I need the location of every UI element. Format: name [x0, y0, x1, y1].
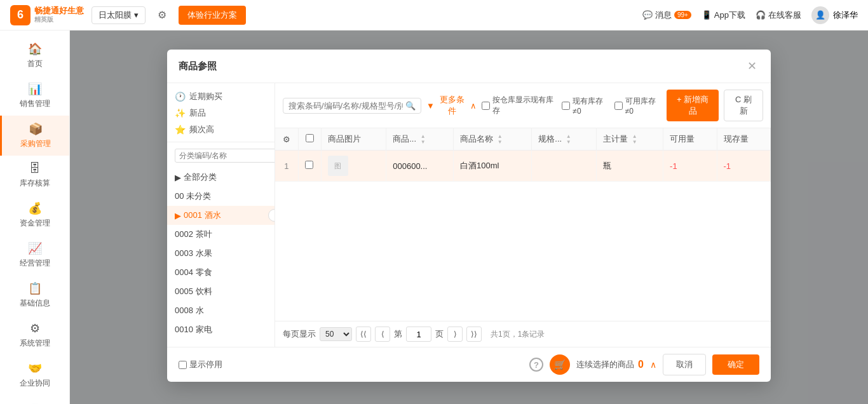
- user-nav-item[interactable]: 👤 徐泽华: [811, 6, 858, 24]
- cat-item-tea[interactable]: 0002 茶叶: [167, 225, 275, 244]
- sidebar: 🏠 首页 📊 销售管理 📦 采购管理 🗄 库存核算 💰 资金管理 📈 经营管理 …: [0, 30, 70, 404]
- sidebar-item-basic[interactable]: 📋 基础信息: [0, 275, 69, 315]
- cat-item-spirits[interactable]: ▶ 0001 酒水: [167, 206, 275, 225]
- row-unit-cell: 瓶: [597, 151, 663, 182]
- refresh-button[interactable]: C 刷新: [724, 90, 763, 121]
- sidebar-item-home[interactable]: 🏠 首页: [0, 36, 69, 76]
- cat-unclassified-label: 00 未分类: [175, 191, 211, 202]
- quick-new-products[interactable]: ✨ 新品: [167, 105, 275, 121]
- sidebar-label-purchase: 采购管理: [20, 138, 51, 149]
- purchase-icon: 📦: [29, 122, 43, 136]
- sidebar-item-inventory[interactable]: 🗄 库存核算: [0, 156, 69, 195]
- more-filter-label: 更多条件: [437, 94, 468, 117]
- prev-page-button[interactable]: ⟨: [375, 327, 390, 342]
- modal-title: 商品参照: [179, 60, 217, 72]
- select-all-checkbox[interactable]: [306, 134, 314, 142]
- filter-stock-ne0-label[interactable]: 现有库存≠0: [562, 96, 609, 116]
- system-icon: ⚙: [30, 321, 40, 335]
- cancel-button[interactable]: 取消: [663, 354, 706, 375]
- cat-item-snacks[interactable]: 0004 零食: [167, 263, 275, 282]
- app-download-label: App下载: [714, 10, 745, 21]
- cat-active-arrow-icon: ▶: [175, 211, 181, 220]
- cat-item-appliance[interactable]: 0010 家电: [167, 320, 275, 339]
- sidebar-item-purchase[interactable]: 📦 采购管理: [0, 116, 69, 156]
- nav-right-area: 💬 消息 99+ 📱 App下载 🎧 在线客服 👤 徐泽华: [642, 6, 858, 24]
- help-icon[interactable]: ?: [529, 358, 543, 372]
- sidebar-item-finance[interactable]: 💰 资金管理: [0, 195, 69, 235]
- filter-warehouse-text: 按仓库显示现有库存: [492, 95, 557, 116]
- mobile-icon: 📱: [702, 10, 712, 20]
- inventory-icon: 🗄: [29, 162, 41, 175]
- first-page-button[interactable]: ⟨⟨: [356, 327, 371, 342]
- message-badge: 99+: [674, 11, 691, 19]
- new-icon: ✨: [175, 108, 186, 118]
- toolbar-right: + 新增商品 C 刷新: [667, 90, 763, 121]
- more-filter-button[interactable]: ▼ 更多条件 ∧: [426, 94, 477, 117]
- col-name-header[interactable]: 商品名称 ▲▼: [454, 128, 532, 151]
- sidebar-item-sales[interactable]: 📊 销售管理: [0, 76, 69, 116]
- col-settings[interactable]: ⚙: [275, 128, 298, 151]
- row-checkbox[interactable]: [305, 161, 313, 169]
- filter-warehouse-checkbox[interactable]: [482, 102, 490, 110]
- online-service-nav-item[interactable]: 🎧 在线客服: [756, 10, 801, 21]
- quick-freq-label: 频次高: [189, 124, 214, 135]
- page-unit: 页: [435, 328, 444, 340]
- headset-icon: 🎧: [756, 10, 766, 20]
- cat-item-fruit[interactable]: 0003 水果: [167, 244, 275, 263]
- table-row[interactable]: 1 图 000600... 白酒100ml: [275, 151, 771, 182]
- show-disabled-text: 显示停用: [189, 359, 222, 370]
- cat-item-all[interactable]: ▶ 全部分类: [167, 168, 275, 187]
- filter-warehouse-label[interactable]: 按仓库显示现有库存: [482, 95, 557, 116]
- show-disabled-checkbox[interactable]: [179, 361, 187, 369]
- category-panel: 🕐 近期购买 ✨ 新品 ⭐ 频次高 🔍: [167, 83, 275, 347]
- sidebar-item-system[interactable]: ⚙ 系统管理: [0, 315, 69, 355]
- sidebar-label-inventory: 库存核算: [20, 178, 50, 189]
- finance-icon: 💰: [28, 201, 42, 215]
- quick-recent-purchases[interactable]: 🕐 近期购买: [167, 88, 275, 105]
- search-submit-icon[interactable]: 🔍: [405, 101, 416, 111]
- sidebar-item-guide[interactable]: 📖 新手引导: [0, 395, 69, 404]
- messages-nav-item[interactable]: 💬 消息 99+: [642, 10, 691, 21]
- sidebar-item-operations[interactable]: 📈 经营管理: [0, 235, 69, 275]
- show-disabled-label[interactable]: 显示停用: [179, 359, 222, 370]
- sidebar-item-enterprise[interactable]: 🤝 企业协同: [0, 355, 69, 395]
- row-spec-cell: [532, 151, 597, 182]
- close-icon[interactable]: ✕: [744, 58, 759, 74]
- cat-expand-icon: ▶: [175, 173, 181, 182]
- trial-button[interactable]: 体验行业方案: [179, 6, 246, 25]
- col-unit-header[interactable]: 主计量 ▲▼: [597, 128, 663, 151]
- category-search-input[interactable]: [175, 149, 275, 163]
- sidebar-label-finance: 资金管理: [20, 218, 50, 229]
- filter-stock-ne0-checkbox[interactable]: [562, 102, 570, 110]
- modal-footer: 显示停用 ? 🛒 连续选择的商品 0 ∧ 取消 确定: [167, 347, 771, 382]
- col-usable-header[interactable]: 可用量: [663, 128, 717, 151]
- main-layout: 🏠 首页 📊 销售管理 📦 采购管理 🗄 库存核算 💰 资金管理 📈 经营管理 …: [0, 30, 868, 404]
- modal-header: 商品参照 ✕: [167, 50, 771, 83]
- branch-name: 日太阳膜: [98, 10, 132, 21]
- page-number-input[interactable]: [406, 327, 431, 342]
- app-download-nav-item[interactable]: 📱 App下载: [702, 10, 745, 21]
- per-page-select[interactable]: 50 10 20 100: [320, 327, 352, 341]
- col-spec-header[interactable]: 规格... ▲▼: [532, 128, 597, 151]
- settings-icon[interactable]: ⚙: [153, 6, 171, 24]
- cat-item-beverage[interactable]: 0005 饮料: [167, 282, 275, 301]
- col-checkbox: [298, 128, 321, 151]
- product-search-input[interactable]: [288, 101, 403, 111]
- branch-dropdown[interactable]: 日太阳膜 ▾: [92, 6, 146, 24]
- confirm-button[interactable]: 确定: [712, 354, 759, 375]
- col-code-header[interactable]: 商品... ▲▼: [386, 128, 454, 151]
- quick-frequent[interactable]: ⭐ 频次高: [167, 121, 275, 138]
- cat-item-unclassified[interactable]: 00 未分类: [167, 187, 275, 206]
- filter-usable-ne0-checkbox[interactable]: [614, 102, 623, 110]
- add-product-button[interactable]: + 新增商品: [667, 90, 719, 121]
- quick-new-label: 新品: [189, 107, 206, 119]
- cart-icon[interactable]: 🛒: [550, 354, 570, 375]
- cat-item-water[interactable]: 0008 水: [167, 301, 275, 320]
- clock-icon: 🕐: [175, 91, 186, 102]
- filter-usable-ne0-label[interactable]: 可用库存≠0: [614, 96, 661, 116]
- next-page-button[interactable]: ⟩: [447, 327, 463, 342]
- col-stock-header[interactable]: 现存量: [717, 128, 770, 151]
- last-page-button[interactable]: ⟩⟩: [466, 327, 482, 342]
- row-checkbox-cell[interactable]: [298, 151, 321, 182]
- cart-collapse-icon[interactable]: ∧: [650, 360, 656, 370]
